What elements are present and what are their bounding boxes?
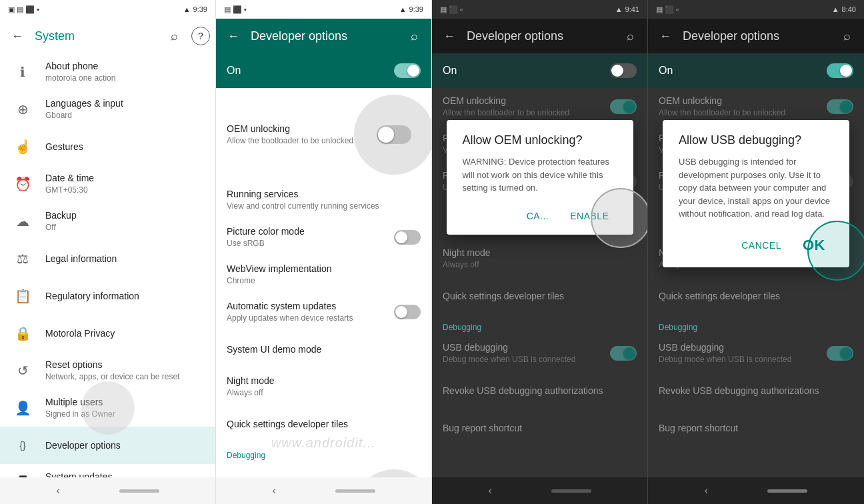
oem-toggle-zoomed[interactable] (377, 125, 411, 144)
usb-r2: USB debugging Debug mode when USB is con… (648, 335, 864, 372)
languages-item[interactable]: ⊕ Languages & input Gboard (0, 91, 215, 128)
dev-settings-list-mid: OEM unlocking Allow the bootloader to be… (216, 88, 431, 477)
nav-back-left[interactable]: ‹ (56, 485, 59, 497)
lang-title: Languages & input (45, 97, 205, 109)
backup-subtitle: Off (45, 223, 205, 233)
sysupdates-item[interactable]: 📱 System updates Updated to Android 9 (0, 464, 215, 477)
auto-update-item-mid[interactable]: Automatic system updates Apply updates w… (216, 293, 431, 331)
nav-bar-mid: ‹ (216, 477, 431, 504)
picture-color-item-mid[interactable]: Picture color mode Use sRGB (216, 219, 431, 256)
dev-on-row-mid[interactable]: On (216, 53, 431, 88)
app-bar-dev-mid: ← Developer options ⌕ (216, 19, 431, 53)
time-left: 9:39 (193, 5, 207, 13)
running-title-mid: Running services (227, 188, 421, 200)
reset-item[interactable]: ↺ Reset options Network, apps, or device… (0, 352, 215, 389)
back-button-r1[interactable]: ← (437, 24, 461, 48)
developer-icon: {} (11, 433, 35, 457)
nav-back-mid[interactable]: ‹ (272, 485, 275, 497)
demo-mode-item-mid[interactable]: System UI demo mode (216, 331, 431, 368)
nav-pill-r1 (551, 489, 591, 493)
regulatory-item[interactable]: 📋 Regulatory information (0, 277, 215, 315)
nav-bar-r1: ‹ (432, 477, 647, 504)
status-icons-left: ▣ ▤ ⬛ • (8, 5, 39, 14)
app-bar-r1: ← Developer options ⌕ (432, 19, 647, 53)
time-r2: 8:40 (842, 5, 856, 13)
nav-back-r2[interactable]: ‹ (705, 485, 708, 497)
time-mid: 9:39 (409, 5, 423, 13)
system-title: System (35, 29, 157, 43)
nav-back-r1[interactable]: ‹ (488, 485, 491, 497)
dev-on-label-mid: On (227, 65, 394, 77)
oem-subtitle-mid: Allow the bootloader to be unlocked (227, 136, 354, 147)
dev-title-mid: Developer options (251, 29, 397, 43)
back-button-r2[interactable]: ← (653, 24, 677, 48)
usb-dialog-title: Allow USB debugging? (679, 133, 833, 147)
back-button-left[interactable]: ← (5, 24, 29, 48)
users-item[interactable]: 👤 Multiple users Signed in as Owner (0, 389, 215, 427)
usb-toggle-zoom-circle (354, 469, 431, 477)
running-services-item-mid[interactable]: Running services View and control curren… (216, 181, 431, 219)
oem-cancel-btn[interactable]: Ca... (519, 205, 557, 227)
search-button-left[interactable]: ⌕ (162, 24, 186, 48)
status-left-r1: ▤ ⬛ ▫ (440, 5, 463, 14)
usb-cancel-btn[interactable]: Cancel (733, 231, 789, 259)
notification-icons: ▣ ▤ ⬛ • (8, 5, 39, 14)
gestures-item[interactable]: ☝ Gestures (0, 128, 215, 165)
webview-item-mid[interactable]: WebView implementation Chrome (216, 256, 431, 293)
oem-sub-r1: Allow the bootloader to be unlocked (443, 108, 610, 119)
users-title: Multiple users (45, 396, 205, 408)
dev-on-toggle-r1[interactable] (610, 63, 637, 78)
qs-tiles-item-mid[interactable]: Quick settings developer tiles (216, 405, 431, 443)
oem-title-mid: OEM unlocking (227, 123, 354, 135)
usb-toggle-r1 (610, 346, 637, 361)
notif-icons-r1: ▤ ⬛ ▫ (440, 5, 463, 14)
reset-icon: ↺ (11, 359, 35, 383)
search-button-r2[interactable]: ⌕ (835, 24, 859, 48)
pic-color-toggle-mid[interactable] (394, 230, 421, 245)
gesture-icon: ☝ (11, 135, 35, 159)
auto-update-title-mid: Automatic system updates (227, 300, 394, 312)
about-phone-item[interactable]: ℹ About phone motorola one action (0, 53, 215, 91)
ok-btn-highlight (807, 221, 864, 281)
dev-toggle-thumb-r2 (840, 65, 852, 77)
back-button-mid[interactable]: ← (221, 24, 245, 48)
qs-r2: Quick settings developer tiles (648, 277, 864, 315)
qs-title-mid: Quick settings developer tiles (227, 418, 421, 430)
dev-on-toggle-mid[interactable] (394, 63, 421, 78)
dev-on-label-r1: On (443, 65, 610, 77)
privacy-item[interactable]: 🔒 Motorola Privacy (0, 315, 215, 352)
about-subtitle: motorola one action (45, 73, 205, 84)
about-icon: ℹ (11, 60, 35, 84)
night-subtitle-mid: Always off (227, 388, 421, 399)
oem-unlock-item-mid[interactable]: OEM unlocking Allow the bootloader to be… (216, 88, 431, 181)
lang-subtitle: Gboard (45, 111, 205, 121)
wifi-r2: ▲ (832, 5, 839, 13)
help-button-left[interactable]: ? (191, 27, 210, 45)
dev-on-row-r1[interactable]: On (432, 53, 647, 88)
datetime-icon: ⏰ (11, 172, 35, 196)
dev-on-row-r2[interactable]: On (648, 53, 864, 88)
search-button-mid[interactable]: ⌕ (402, 24, 426, 48)
app-bar-r2: ← Developer options ⌕ (648, 19, 864, 53)
backup-item[interactable]: ☁ Backup Off (0, 203, 215, 240)
search-button-r1[interactable]: ⌕ (618, 24, 642, 48)
dev-on-toggle-r2[interactable] (827, 63, 853, 78)
status-left-r2: ▤ ⬛ ▫ (656, 5, 679, 14)
night-mode-item-mid[interactable]: Night mode Always off (216, 368, 431, 405)
oem-thumb-r1 (623, 101, 635, 113)
status-icons-mid-right: ▲ 9:39 (399, 5, 423, 13)
bug-r1: Bug report shortcut (432, 409, 647, 447)
app-bar-system: ← System ⌕ ? (0, 19, 215, 53)
legal-item[interactable]: ⚖ Legal information (0, 240, 215, 277)
auto-update-toggle-mid[interactable] (394, 305, 421, 319)
oem-dialog-body: WARNING: Device protection features will… (463, 155, 617, 195)
developer-item[interactable]: {} Developer options (0, 427, 215, 464)
status-right-r1: ▲ 9:41 (615, 5, 639, 13)
datetime-subtitle: GMT+05:30 (45, 185, 205, 196)
status-icons-right: ▲ 9:39 (183, 5, 207, 13)
usb-debug-item-mid[interactable]: USB debugging Debug mode when USB is con… (216, 463, 431, 477)
dev-toggle-thumb-r1 (611, 65, 623, 77)
oem-title-r1: OEM unlocking (443, 95, 610, 107)
revoke-r1: Revoke USB debugging authorizations (432, 372, 647, 409)
datetime-item[interactable]: ⏰ Date & time GMT+05:30 (0, 165, 215, 203)
